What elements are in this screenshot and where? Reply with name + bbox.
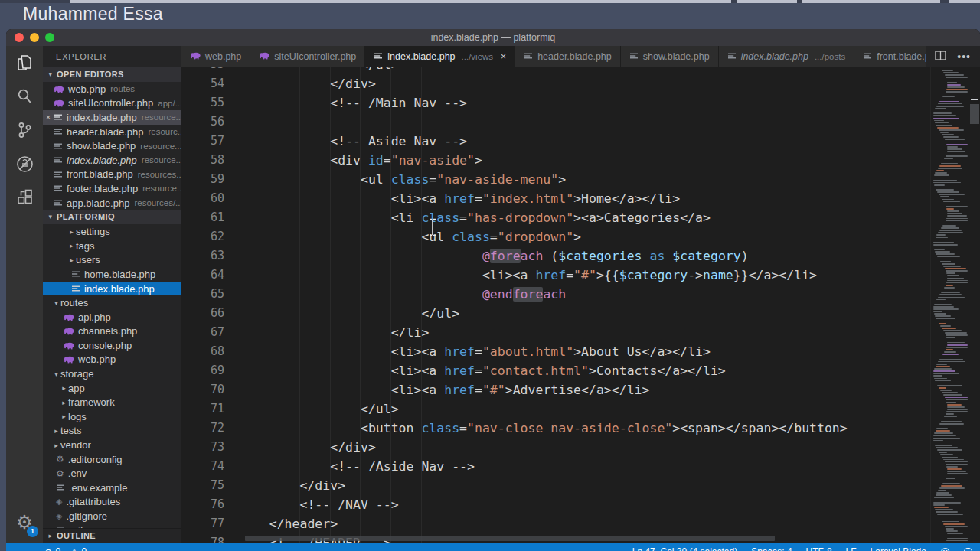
tree-item-.gitattributes[interactable]: ◈.gitattributes: [43, 495, 181, 510]
horizontal-scrollbar[interactable]: [245, 536, 775, 541]
vertical-scrollbar[interactable]: [969, 67, 980, 543]
code-line-54[interactable]: 54 </div>: [181, 74, 980, 93]
code-line-62[interactable]: 62 <ul class="dropdown">: [181, 227, 980, 246]
extensions-icon[interactable]: [6, 181, 43, 214]
line-number[interactable]: 65: [181, 285, 224, 304]
code-line-64[interactable]: 64 <li><a href="#">{{$category->name}}</…: [181, 266, 980, 285]
code-viewport[interactable]: 53 </ul>54 </div>55 <!-- /Main Nav -->56…: [181, 67, 980, 543]
tree-item-home.blade.php[interactable]: home.blade.php: [43, 267, 181, 282]
line-number[interactable]: 58: [181, 151, 224, 170]
code-line-59[interactable]: 59 <ul class="nav-aside-menu">: [181, 170, 980, 189]
open-editor-app.blade.php[interactable]: app.blade.phpresources/...: [43, 196, 181, 210]
tab-index.blade.php[interactable]: index.blade.php.../views×: [365, 46, 515, 67]
line-number[interactable]: 66: [181, 304, 224, 323]
line-number[interactable]: 53: [181, 67, 224, 74]
line-number[interactable]: 61: [181, 208, 224, 227]
minimap[interactable]: [930, 67, 969, 543]
line-number[interactable]: 77: [181, 514, 224, 533]
line-number[interactable]: 57: [181, 132, 224, 151]
code-line-61[interactable]: 61 <li class="has-dropdown"><a>Categorie…: [181, 208, 980, 227]
feedback-smiley-icon[interactable]: ☺: [940, 546, 950, 551]
scrollbar-slider[interactable]: [970, 104, 979, 124]
line-number[interactable]: 67: [181, 323, 224, 342]
line-number[interactable]: 76: [181, 495, 224, 514]
code-line-58[interactable]: 58 <div id="nav-aside">: [181, 151, 980, 170]
line-number[interactable]: 54: [181, 74, 224, 93]
split-editor-icon[interactable]: [935, 50, 946, 64]
code-line-70[interactable]: 70 <li><a href="#">Advertise</a></li>: [181, 380, 980, 399]
line-number[interactable]: 69: [181, 361, 224, 380]
close-tab-icon[interactable]: ×: [501, 51, 506, 62]
project-header[interactable]: ▾ PLATFORMIQ: [43, 210, 181, 224]
tree-item-api.php[interactable]: api.php: [43, 310, 181, 324]
tree-item-.env[interactable]: ⚙.env: [43, 466, 181, 481]
tree-item-.gitignore[interactable]: ◈.gitignore: [43, 509, 181, 523]
problems-warnings[interactable]: ⚠ 0: [70, 546, 87, 551]
code-line-68[interactable]: 68 <li><a href="about.html">About Us</a>…: [181, 342, 980, 361]
tree-item-app[interactable]: ▸app: [43, 381, 181, 396]
code-line-77[interactable]: 77 </header>: [181, 514, 980, 533]
code-line-76[interactable]: 76 <!-- /NAV -->: [181, 495, 980, 514]
code-line-74[interactable]: 74 <!-- /Aside Nav -->: [181, 457, 980, 476]
open-editor-front.blade.php[interactable]: front.blade.phpresources...: [43, 168, 181, 182]
code-line-75[interactable]: 75 </div>: [181, 476, 980, 495]
code-line-63[interactable]: 63 @foreach ($categories as $category): [181, 246, 980, 266]
open-editor-index.blade.php[interactable]: ×index.blade.phpresource...: [43, 110, 181, 125]
line-number[interactable]: 68: [181, 342, 224, 361]
line-number[interactable]: 74: [181, 457, 224, 476]
code-line-73[interactable]: 73 </div>: [181, 438, 980, 457]
line-number[interactable]: 56: [181, 112, 224, 132]
tree-item-web.php[interactable]: web.php: [43, 353, 181, 367]
line-number[interactable]: 70: [181, 380, 224, 399]
line-number[interactable]: 64: [181, 266, 224, 285]
line-number[interactable]: 59: [181, 170, 224, 189]
tree-item-storage[interactable]: ▾storage: [43, 367, 181, 381]
window-titlebar[interactable]: index.blade.php — platformiq: [6, 29, 980, 46]
code-line-65[interactable]: 65 @endforeach: [181, 285, 980, 304]
tab-index.blade.php[interactable]: index.blade.php.../posts: [719, 46, 855, 67]
tree-item-framework[interactable]: ▸framework: [43, 395, 181, 409]
eol[interactable]: LF: [846, 546, 857, 551]
line-number[interactable]: 55: [181, 93, 224, 112]
search-icon[interactable]: [6, 80, 43, 113]
close-editor-icon[interactable]: ×: [43, 112, 54, 122]
line-number[interactable]: 72: [181, 419, 224, 438]
open-editor-footer.blade.php[interactable]: footer.blade.phpresource...: [43, 181, 181, 196]
line-number[interactable]: 60: [181, 189, 224, 208]
code-line-71[interactable]: 71 </ul>: [181, 399, 980, 419]
code-line-67[interactable]: 67 </li>: [181, 323, 980, 342]
tree-item-tests[interactable]: ▸tests: [43, 424, 181, 439]
tree-item-routes[interactable]: ▾routes: [43, 295, 181, 310]
code-line-55[interactable]: 55 <!-- /Main Nav -->: [181, 93, 980, 112]
line-number[interactable]: 78: [181, 533, 224, 543]
code-line-56[interactable]: 56: [181, 112, 980, 132]
explorer-icon[interactable]: [6, 46, 43, 80]
manage-gear-icon[interactable]: ⚙ 1: [6, 508, 43, 536]
tree-item-console.php[interactable]: console.php: [43, 338, 181, 353]
notifications-bell-icon[interactable]: [964, 548, 972, 551]
tree-item-.env.example[interactable]: .env.example: [43, 481, 181, 495]
open-editor-web.php[interactable]: web.phproutes: [43, 82, 181, 96]
tab-show.blade.php[interactable]: show.blade.php: [621, 46, 719, 67]
tree-item-tags[interactable]: ▸tags: [43, 239, 181, 253]
open-editor-index.blade.php[interactable]: index.blade.phpresource...: [43, 153, 181, 168]
tab-header.blade.php[interactable]: header.blade.php: [515, 46, 621, 67]
outline-header[interactable]: ▸ OUTLINE: [43, 528, 181, 543]
tree-item-users[interactable]: ▸users: [43, 253, 181, 268]
tab-web.php[interactable]: web.php: [181, 46, 250, 67]
open-editor-header.blade.php[interactable]: header.blade.phpresourc...: [43, 125, 181, 139]
tree-item-channels.php[interactable]: channels.php: [43, 324, 181, 339]
tree-item-logs[interactable]: ▸logs: [43, 409, 181, 424]
debug-icon[interactable]: [6, 147, 43, 181]
tab-front.blade.php[interactable]: front.blade.php: [854, 46, 926, 67]
tree-item-settings[interactable]: ▸settings: [43, 224, 181, 239]
open-editor-show.blade.php[interactable]: show.blade.phpresource...: [43, 139, 181, 153]
line-number[interactable]: 75: [181, 476, 224, 495]
source-control-icon[interactable]: [6, 113, 43, 147]
line-number[interactable]: 62: [181, 227, 224, 246]
code-line-66[interactable]: 66 </ul>: [181, 304, 980, 323]
line-number[interactable]: 73: [181, 438, 224, 457]
tree-item-index.blade.php[interactable]: index.blade.php: [43, 282, 181, 296]
line-number[interactable]: 71: [181, 399, 224, 419]
open-editor-siteUIcontroller.php[interactable]: siteUIcontroller.phpapp/...: [43, 96, 181, 111]
